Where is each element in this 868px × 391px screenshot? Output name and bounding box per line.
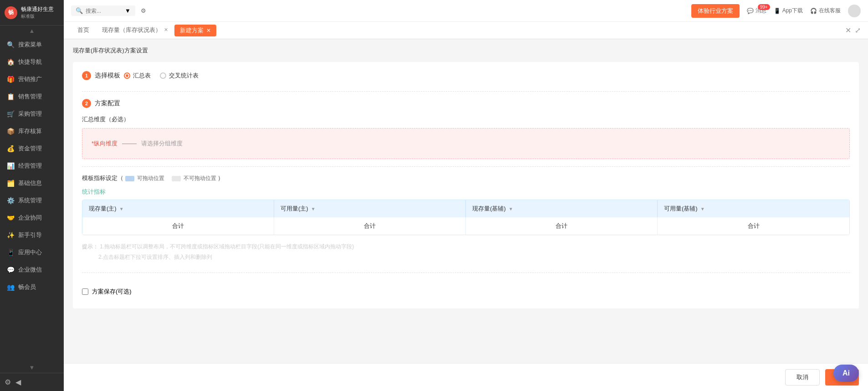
sidebar-item-sales[interactable]: 📋 销售管理 — [0, 88, 64, 105]
stats-table-body: 合计 合计 合计 合计 — [82, 217, 849, 235]
sidebar-item-guide[interactable]: ✨ 新手引导 — [0, 226, 64, 244]
sidebar-item-label: 基础信息 — [18, 179, 42, 187]
logo-version: 标准版 — [21, 13, 54, 20]
topbar-actions: 体验行业方案 💬 消息 99+ 📱 App下载 🎧 在线客服 — [691, 4, 861, 18]
dim-placeholder: 请选择分组维度 — [141, 139, 183, 148]
tab-inventory[interactable]: 现存量（库存状况表） ✕ — [96, 22, 174, 39]
sales-icon: 📋 — [6, 93, 15, 101]
app-download-btn[interactable]: 📱 App下载 — [774, 7, 803, 15]
cell-2: 合计 — [466, 217, 658, 235]
section-divider-3 — [82, 273, 850, 273]
tip-text-0: 1.拖动标题栏可以调整布局，不可跨维度或指标区域拖动栏目字段(只能在同一维度或指… — [100, 243, 354, 250]
movable-legend-box — [125, 176, 134, 181]
new-plan-close-icon[interactable]: ✕ — [206, 27, 211, 34]
sidebar-item-wechat[interactable]: 💬 企业微信 — [0, 261, 64, 278]
sidebar-item-label: 资金管理 — [18, 144, 42, 153]
topbar-search-input[interactable] — [86, 8, 122, 14]
tab-home[interactable]: 首页 — [71, 22, 96, 39]
section-divider-2 — [82, 166, 850, 167]
sidebar-item-label: 搜索菜单 — [18, 41, 42, 49]
basic-icon: 🗂️ — [6, 179, 15, 187]
col-3-title: 可用量(基辅) — [664, 205, 698, 213]
new-plan-label: 新建方案 — [180, 26, 204, 35]
section-divider-1 — [82, 91, 850, 92]
col-header-2[interactable]: 现存量(基辅) ▼ — [466, 200, 658, 217]
topbar-search-box[interactable]: 🔍 ▼ — [71, 5, 135, 16]
col-0-chevron: ▼ — [119, 206, 124, 211]
sidebar-scroll-up[interactable]: ▲ — [0, 26, 64, 36]
sidebar-item-operations[interactable]: 📊 经营管理 — [0, 157, 64, 175]
user-avatar[interactable] — [848, 5, 861, 17]
tabs-right-controls: ✕ ⤢ — [845, 26, 861, 35]
tab-expand-btn[interactable]: ⤢ — [855, 26, 861, 35]
topbar-settings-icon[interactable]: ⚙ — [141, 7, 146, 14]
sidebar-item-shortcut[interactable]: 🏠 快捷导航 — [0, 53, 64, 71]
message-btn[interactable]: 💬 消息 99+ — [747, 7, 766, 15]
sidebar-scroll-down[interactable]: ▼ — [0, 362, 64, 373]
col-1-chevron: ▼ — [311, 206, 316, 211]
sidebar-item-purchase[interactable]: 🛒 采购管理 — [0, 105, 64, 123]
topbar-search-dropdown-icon[interactable]: ▼ — [125, 7, 131, 14]
radio-summary[interactable]: 汇总表 — [124, 72, 151, 80]
col-header-3[interactable]: 可用量(基辅) ▼ — [658, 200, 849, 217]
tab-new-plan[interactable]: 新建方案 ✕ — [174, 25, 216, 36]
system-icon: ⚙️ — [6, 196, 15, 205]
sidebar-item-basic[interactable]: 🗂️ 基础信息 — [0, 175, 64, 192]
finance-icon: 💰 — [6, 144, 15, 153]
col-header-1[interactable]: 可用量(主) ▼ — [274, 200, 466, 217]
sidebar-item-label: 采购管理 — [18, 110, 42, 118]
save-label: 方案保存(可选) — [92, 288, 132, 296]
sidebar-item-contract[interactable]: 🤝 企业协同 — [0, 209, 64, 226]
logo-name: 畅康通好生意 — [21, 5, 54, 13]
sidebar-item-label: 畅会员 — [18, 283, 36, 291]
inventory-tab-close[interactable]: ✕ — [164, 27, 168, 33]
logo-text-block: 畅康通好生意 标准版 — [21, 5, 54, 20]
member-icon: 👥 — [6, 283, 15, 291]
main-area: 🔍 ▼ ⚙ 体验行业方案 💬 消息 99+ 📱 App下载 🎧 在线客服 — [64, 0, 868, 391]
content-area: 现存量(库存状况表)方案设置 1 选择模板 汇总表 交叉统计表 — [64, 39, 868, 363]
sidebar-item-marketing[interactable]: 🎁 营销推广 — [0, 71, 64, 88]
tab-close-btn[interactable]: ✕ — [845, 26, 851, 35]
sidebar-bottom: ⚙ ◀ — [0, 373, 64, 391]
section1-num: 1 — [82, 71, 91, 80]
radio-cross[interactable]: 交叉统计表 — [160, 72, 199, 80]
col-0-title: 现存量(主) — [89, 205, 117, 213]
trial-button[interactable]: 体验行业方案 — [691, 4, 740, 18]
collapse-icon[interactable]: ◀ — [15, 378, 21, 386]
apps-icon: 📱 — [6, 248, 15, 257]
cancel-button[interactable]: 取消 — [785, 369, 820, 386]
sidebar-item-search[interactable]: 🔍 搜索菜单 — [0, 36, 64, 53]
sidebar-item-label: 销售管理 — [18, 93, 42, 101]
sidebar-item-label: 企业协同 — [18, 214, 42, 222]
sidebar-item-apps[interactable]: 📱 应用中心 — [0, 244, 64, 261]
ai-bubble[interactable]: Ai — [833, 365, 859, 382]
indicator-label-text: 模板指标设定（ — [82, 175, 123, 181]
save-checkbox[interactable] — [82, 288, 88, 295]
cell-3: 合计 — [658, 217, 849, 235]
stats-table-header: 现存量(主) ▼ 可用量(主) ▼ 现存量(基辅) ▼ — [82, 200, 849, 217]
sidebar-item-member[interactable]: 👥 畅会员 — [0, 278, 64, 296]
fixed-legend-box — [172, 176, 181, 181]
home-tab-label: 首页 — [77, 26, 89, 34]
sidebar-item-inventory[interactable]: 📦 库存核算 — [0, 123, 64, 140]
inventory-icon: 📦 — [6, 127, 15, 135]
fixed-legend-label: 不可拖动位置 — [184, 175, 216, 182]
stats-table: 现存量(主) ▼ 可用量(主) ▼ 现存量(基辅) ▼ — [82, 200, 850, 235]
settings-bottom-icon[interactable]: ⚙ — [5, 378, 11, 386]
stats-section: 统计指标 现存量(主) ▼ 可用量(主) ▼ — [82, 188, 850, 235]
col-header-0[interactable]: 现存量(主) ▼ — [82, 200, 274, 217]
section1-title: 选择模板 — [95, 72, 120, 80]
movable-legend-label: 可拖动位置 — [137, 175, 164, 182]
col-2-title: 现存量(基辅) — [472, 205, 506, 213]
home-icon: 🏠 — [6, 58, 15, 66]
ai-bubble-label: Ai — [842, 369, 850, 377]
section2-num: 2 — [82, 99, 91, 108]
sidebar: 畅 畅康通好生意 标准版 ▲ 🔍 搜索菜单 🏠 快捷导航 🎁 营销推广 📋 销售… — [0, 0, 64, 391]
sidebar-item-system[interactable]: ⚙️ 系统管理 — [0, 192, 64, 209]
online-service-btn[interactable]: 🎧 在线客服 — [810, 7, 841, 15]
sidebar-item-finance[interactable]: 💰 资金管理 — [0, 140, 64, 157]
dimension-box[interactable]: *纵向维度 —— 请选择分组维度 — [82, 128, 850, 159]
topbar: 🔍 ▼ ⚙ 体验行业方案 💬 消息 99+ 📱 App下载 🎧 在线客服 — [64, 0, 868, 22]
radio-cross-label: 交叉统计表 — [169, 72, 199, 80]
sidebar-item-label: 企业微信 — [18, 266, 42, 274]
